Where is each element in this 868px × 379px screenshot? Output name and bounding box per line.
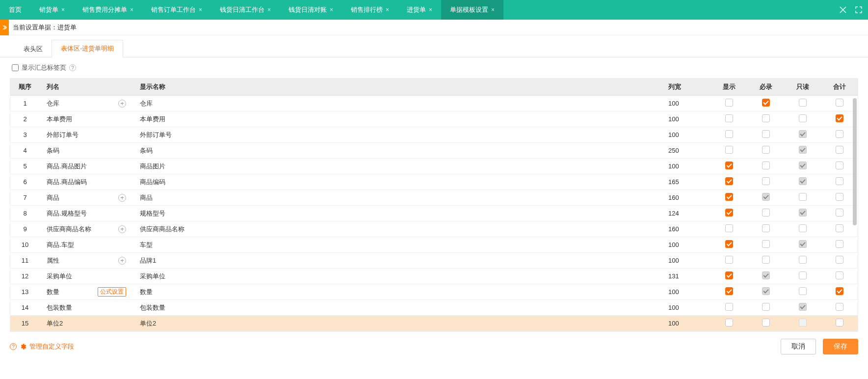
manage-custom-fields-link[interactable]: ? 管理自定义字段 [10,342,74,351]
table-row[interactable]: 9供应商商品名称+供应商商品名称160 [10,221,858,237]
close-icon[interactable]: × [330,6,333,13]
table-row[interactable]: 7商品+商品160 [10,190,858,206]
formula-button[interactable]: 公式设置 [98,287,126,297]
checkbox[interactable] [762,146,770,154]
checkbox[interactable] [836,287,843,295]
collapse-handle-icon[interactable] [0,20,9,35]
close-icon[interactable]: × [199,6,202,13]
checkbox[interactable] [836,114,843,122]
table-row[interactable]: 1仓库+仓库100 [10,96,858,111]
add-icon[interactable]: + [118,194,126,202]
checkbox[interactable] [762,209,770,217]
checkbox[interactable] [836,256,843,264]
fullscreen-icon[interactable] [854,5,863,14]
checkbox[interactable] [725,130,733,138]
cell-width[interactable]: 100 [661,111,710,127]
cell-width[interactable]: 100 [661,316,710,331]
cell-width[interactable]: 100 [661,284,710,300]
checkbox[interactable] [725,209,733,217]
cell-display[interactable]: 采购单位 [133,269,661,284]
cell-width[interactable]: 250 [661,143,710,159]
top-tab[interactable]: 销货单× [30,0,74,20]
checkbox[interactable] [725,146,733,154]
checkbox[interactable] [725,319,733,326]
table-row[interactable]: 15单位2单位2100 [10,316,858,331]
checkbox[interactable] [762,177,770,185]
cell-display[interactable]: 品牌1 [133,253,661,269]
cell-display[interactable]: 外部订单号 [133,127,661,143]
cell-display[interactable]: 单位2 [133,316,661,331]
checkbox[interactable] [725,224,733,232]
checkbox[interactable] [762,224,770,232]
table-row[interactable]: 10商品.车型车型100 [10,237,858,253]
cell-display[interactable]: 本单费用 [133,111,661,127]
close-all-icon[interactable] [839,5,847,14]
cell-width[interactable]: 124 [661,206,710,221]
add-icon[interactable]: + [118,100,126,108]
close-icon[interactable]: × [130,6,133,13]
checkbox[interactable] [799,114,807,122]
checkbox[interactable] [725,99,733,107]
table-scrollbar[interactable] [853,98,857,329]
checkbox[interactable] [836,193,843,201]
checkbox[interactable] [725,287,733,295]
checkbox[interactable] [799,224,807,232]
checkbox[interactable] [725,162,733,169]
cell-width[interactable]: 131 [661,269,710,284]
top-tab[interactable]: 首页 [0,0,30,20]
close-icon[interactable]: × [386,6,389,13]
sub-tab[interactable]: 表体区-进货单明细 [52,40,123,57]
cell-display[interactable]: 供应商商品名称 [133,221,661,237]
checkbox[interactable] [762,99,770,107]
top-tab[interactable]: 销售排行榜× [342,0,398,20]
table-row[interactable]: 13数量公式设置数量100 [10,284,858,300]
checkbox[interactable] [836,146,843,154]
cell-display[interactable]: 数量 [133,284,661,300]
top-tab[interactable]: 销售订单工作台× [142,0,211,20]
cell-width[interactable]: 100 [661,300,710,316]
cell-width[interactable]: 100 [661,237,710,253]
checkbox[interactable] [725,193,733,201]
checkbox[interactable] [799,193,807,201]
checkbox[interactable] [836,319,843,326]
cell-display[interactable]: 仓库 [133,96,661,111]
checkbox[interactable] [762,130,770,138]
close-icon[interactable]: × [491,6,495,13]
top-tab[interactable]: 销售费用分摊单× [74,0,142,20]
table-row[interactable]: 11属性+品牌1100 [10,253,858,269]
add-icon[interactable]: + [118,225,126,233]
cell-display[interactable]: 商品图片 [133,159,661,174]
table-row[interactable]: 6商品.商品编码商品编码165 [10,174,858,190]
cell-display[interactable]: 商品 [133,190,661,206]
show-summary-checkbox[interactable] [12,64,19,71]
checkbox[interactable] [799,287,807,295]
cell-width[interactable]: 160 [661,190,710,206]
checkbox[interactable] [725,114,733,122]
cell-width[interactable]: 165 [661,174,710,190]
cell-display[interactable]: 车型 [133,237,661,253]
checkbox[interactable] [836,224,843,232]
table-row[interactable]: 12采购单位采购单位131 [10,269,858,284]
table-row[interactable]: 2本单费用本单费用100 [10,111,858,127]
top-tab[interactable]: 钱货日清对账× [280,0,342,20]
checkbox[interactable] [725,271,733,279]
cell-display[interactable]: 条码 [133,143,661,159]
checkbox[interactable] [836,162,843,169]
cell-width[interactable]: 160 [661,221,710,237]
checkbox[interactable] [725,303,733,311]
table-row[interactable]: 3外部订单号外部订单号100 [10,127,858,143]
checkbox[interactable] [762,256,770,264]
close-icon[interactable]: × [429,6,432,13]
checkbox[interactable] [762,162,770,169]
table-row[interactable]: 5商品.商品图片商品图片100 [10,159,858,174]
checkbox[interactable] [836,303,843,311]
help-icon[interactable]: ? [10,343,17,350]
checkbox[interactable] [836,130,843,138]
cancel-button[interactable]: 取消 [781,339,816,354]
checkbox[interactable] [762,303,770,311]
checkbox[interactable] [836,209,843,217]
table-row[interactable]: 8商品.规格型号规格型号124 [10,206,858,221]
cell-width[interactable]: 100 [661,96,710,111]
checkbox[interactable] [836,271,843,279]
table-row[interactable]: 4条码条码250 [10,143,858,159]
